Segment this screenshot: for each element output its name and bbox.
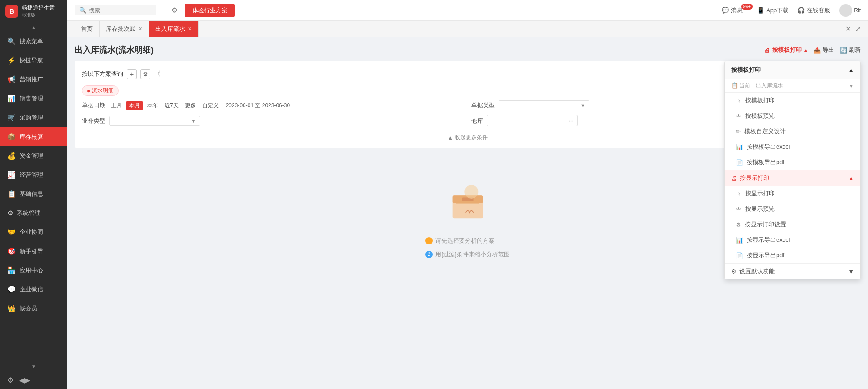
dropdown-item-export-excel-display[interactable]: 📊 按显示导出excel xyxy=(725,232,860,248)
tab-batch-close[interactable]: ✕ xyxy=(138,26,142,32)
refresh-btn[interactable]: 🔄 刷新 xyxy=(840,46,861,54)
sidebar-label-basic: 基础信息 xyxy=(20,190,43,198)
dropdown-item-custom-design[interactable]: ✏ 模板自定义设计 xyxy=(725,124,860,139)
doc-type-select[interactable]: ▼ xyxy=(499,100,589,110)
sidebar-scroll-up[interactable]: ▲ xyxy=(0,23,67,32)
sidebar-item-wechat[interactable]: 💬 企业微信 xyxy=(0,280,67,299)
wechat-icon: 💬 xyxy=(7,285,16,294)
export-pdf-template-label: 按模板导出pdf xyxy=(747,158,784,166)
user-area[interactable]: Rit xyxy=(839,4,861,17)
basic-icon: 📋 xyxy=(7,190,16,198)
business-type-select[interactable]: ▼ xyxy=(109,116,200,126)
sidebar-label-member: 畅会员 xyxy=(20,304,37,313)
app-download-btn[interactable]: 📱 App下载 xyxy=(757,6,788,15)
sidebar-label-collab: 企业协同 xyxy=(20,228,43,236)
filter-7days[interactable]: 近7天 xyxy=(163,101,180,110)
sidebar-scroll-down[interactable]: ▼ xyxy=(0,362,67,371)
export-btn[interactable]: 📤 导出 xyxy=(813,46,834,54)
warehouse-label: 仓库 xyxy=(471,117,483,125)
message-btn[interactable]: 💬 消息 99+ xyxy=(722,6,748,15)
dropdown-item-print-display[interactable]: 🖨 按显示打印 xyxy=(725,186,860,201)
date-filters: 上月 本月 本年 近7天 更多 自定义 2023-06-01 至 2023-06… xyxy=(109,101,290,110)
sidebar-item-search[interactable]: 🔍 搜索菜单 xyxy=(0,32,67,51)
tip2-text: 用[过滤]条件来缩小分析范围 xyxy=(435,249,509,260)
print-display-label: 按显示打印 xyxy=(745,190,775,198)
sidebar-item-quicknav[interactable]: ⚡ 快捷导航 xyxy=(0,51,67,70)
filter-this-month[interactable]: 本月 xyxy=(126,101,143,110)
sidebar-item-basic[interactable]: 📋 基础信息 xyxy=(0,185,67,204)
printer-icon: 🖨 xyxy=(764,47,770,54)
refresh-label: 刷新 xyxy=(849,46,861,54)
tab-batch[interactable]: 库存批次账 ✕ xyxy=(100,21,149,37)
section3-title[interactable]: ⚙ 设置默认功能 ▼ xyxy=(725,264,860,279)
current-label: 📋 当前：出入库流水 xyxy=(731,82,783,90)
sidebar-item-collab[interactable]: 🤝 企业协同 xyxy=(0,223,67,242)
trial-button[interactable]: 体验行业方案 xyxy=(185,4,235,17)
sidebar-item-finance[interactable]: 💰 资金管理 xyxy=(0,146,67,165)
dropdown-item-export-excel-template[interactable]: 📊 按模板导出excel xyxy=(725,139,860,155)
warehouse-select[interactable]: ··· xyxy=(487,115,578,126)
current-arrow-icon: ▼ xyxy=(848,83,854,89)
export-pdf-display-label: 按显示导出pdf xyxy=(747,251,784,259)
sidebar-item-marketing[interactable]: 📢 营销推广 xyxy=(0,70,67,89)
section2-label: 按显示打印 xyxy=(740,174,769,182)
tab-flow[interactable]: 出入库流水 ✕ xyxy=(149,21,199,37)
custom-design-icon: ✏ xyxy=(736,128,741,135)
avatar xyxy=(839,4,852,17)
dropdown-item-print-settings-display[interactable]: ⚙ 按显示打印设置 xyxy=(725,217,860,232)
dropdown-item-preview-display[interactable]: 👁 按显示预览 xyxy=(725,201,860,217)
dropdown-item-export-pdf-template[interactable]: 📄 按模板导出pdf xyxy=(725,155,860,170)
topbar-search-box[interactable]: 🔍 xyxy=(75,5,156,15)
tab-home[interactable]: 首页 xyxy=(75,21,100,37)
empty-tips-container: 1 请先选择要分析的方案 2 用[过滤]条件来缩小分析范围 xyxy=(425,235,509,262)
dropdown-item-preview-template[interactable]: 👁 按模板预览 xyxy=(725,108,860,124)
topbar-gear-icon[interactable]: ⚙ xyxy=(171,6,178,15)
print-template-icon: 🖨 xyxy=(736,97,742,104)
purchase-icon: 🛒 xyxy=(7,114,16,122)
print-btn[interactable]: 🖨 按模板打印 ▲ xyxy=(764,46,808,54)
dropdown-item-print-template[interactable]: 🖨 按模板打印 xyxy=(725,93,860,108)
export-icon: 📤 xyxy=(813,47,821,54)
sidebar-item-appcenter[interactable]: 🏪 应用中心 xyxy=(0,261,67,280)
tab-flow-close[interactable]: ✕ xyxy=(188,26,192,32)
guide-icon: 🎯 xyxy=(7,247,16,255)
filter-more[interactable]: 更多 xyxy=(183,101,198,110)
dropdown-item-export-pdf-display[interactable]: 📄 按显示导出pdf xyxy=(725,248,860,263)
filter-last-month[interactable]: 上月 xyxy=(109,101,124,110)
online-service-btn[interactable]: 🎧 在线客服 xyxy=(798,6,830,15)
sidebar-item-member[interactable]: 👑 畅会员 xyxy=(0,299,67,318)
print-settings-display-label: 按显示打印设置 xyxy=(745,220,786,229)
search-setting-button[interactable]: ⚙ xyxy=(140,69,150,79)
filter-tag[interactable]: ● 流水明细 xyxy=(82,85,119,96)
export-label: 导出 xyxy=(823,46,834,54)
quicknav-icon: ⚡ xyxy=(7,56,16,65)
current-template-row[interactable]: 📋 当前：出入库流水 ▼ xyxy=(725,79,860,92)
sidebar-item-system[interactable]: ⚙ 系统管理 xyxy=(0,204,67,223)
sidebar-item-guide[interactable]: 🎯 新手引导 xyxy=(0,242,67,261)
sidebar-item-purchase[interactable]: 🛒 采购管理 xyxy=(0,108,67,127)
sidebar-item-operation[interactable]: 📈 经营管理 xyxy=(0,165,67,185)
refresh-icon: 🔄 xyxy=(840,47,847,54)
sidebar-label-marketing: 营销推广 xyxy=(20,75,43,84)
collapse-sidebar-icon[interactable]: ◀▶ xyxy=(19,376,30,384)
sidebar-item-sales[interactable]: 📊 销售管理 xyxy=(0,89,67,108)
doc-type-label: 单据类型 xyxy=(471,101,495,110)
collapse-label: 收起更多条件 xyxy=(455,134,488,141)
tab-maximize-icon[interactable]: ⤢ xyxy=(855,25,861,33)
section2-title[interactable]: 🖨 按显示打印 ▲ xyxy=(725,170,860,186)
section3-arrow-icon: ▼ xyxy=(848,268,854,275)
topbar-search-input[interactable] xyxy=(89,7,144,14)
search-collapse-icon[interactable]: 《 xyxy=(154,70,160,78)
tab-close-all-icon[interactable]: ✕ xyxy=(845,25,851,33)
filter-custom[interactable]: 自定义 xyxy=(200,101,220,110)
search-add-button[interactable]: + xyxy=(127,69,137,79)
export-pdf-template-icon: 📄 xyxy=(736,159,743,166)
svg-rect-4 xyxy=(456,203,479,204)
sidebar-item-inventory[interactable]: 📦 库存核算 xyxy=(0,127,67,146)
dropdown-up-icon[interactable]: ▲ xyxy=(848,67,854,74)
filter-this-year[interactable]: 本年 xyxy=(145,101,160,110)
warehouse-more-icon[interactable]: ··· xyxy=(569,117,574,124)
settings-bottom-icon[interactable]: ⚙ xyxy=(7,376,14,384)
business-type-arrow-icon: ▼ xyxy=(191,118,196,124)
export-excel-template-icon: 📊 xyxy=(736,144,743,150)
